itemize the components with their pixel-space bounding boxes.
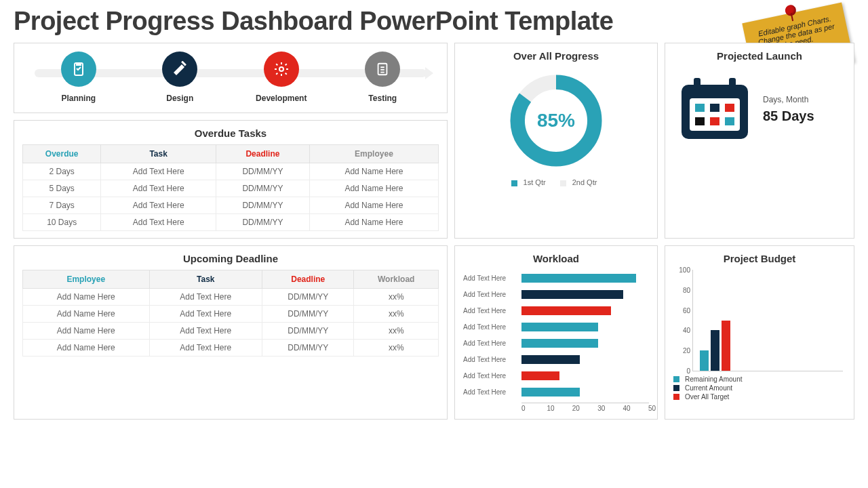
workload-bar-row: Add Text Here <box>463 302 649 319</box>
workload-bar-row: Add Text Here <box>463 286 649 302</box>
workload-bar-label: Add Text Here <box>463 291 521 298</box>
workload-bar-label: Add Text Here <box>463 388 521 396</box>
workload-xaxis: 01020304050 <box>521 403 649 412</box>
workload-bar <box>521 355 580 364</box>
table-row: 5 DaysAdd Text HereDD/MM/YYAdd Name Here <box>23 180 439 197</box>
workload-bar-label: Add Text Here <box>463 307 521 314</box>
checklist-icon <box>365 52 400 87</box>
budget-bar-chart: 020406080100 <box>692 270 843 371</box>
stages-card: Planning Design Development Testing <box>14 43 448 113</box>
col-overdue: Overdue <box>23 145 101 163</box>
workload-bar-row: Add Text Here <box>463 384 649 400</box>
workload-bar <box>521 323 598 331</box>
page-title: Project Progress Dashboard PowerPoint Te… <box>14 7 854 36</box>
svg-rect-15 <box>725 117 734 125</box>
workload-bar <box>521 388 580 396</box>
workload-bar-row: Add Text Here <box>463 367 649 384</box>
overall-progress-title: Over All Progress <box>513 50 599 62</box>
table-row: 7 DaysAdd Text HereDD/MM/YYAdd Name Here <box>23 197 439 214</box>
col-task: Task <box>101 145 216 163</box>
workload-bar <box>521 339 598 348</box>
col-workload: Workload <box>354 270 439 289</box>
table-row: 2 DaysAdd Text HereDD/MM/YYAdd Name Here <box>23 163 439 180</box>
stage-label: Development <box>234 94 329 103</box>
svg-point-2 <box>279 67 283 71</box>
svg-rect-11 <box>710 104 719 112</box>
col-deadline: Deadline <box>262 270 354 289</box>
stage-design: Design <box>132 52 227 103</box>
workload-bar <box>521 290 623 299</box>
col-task: Task <box>149 270 262 289</box>
budget-legend: Remaining AmountCurrent AmountOver All T… <box>673 375 846 401</box>
svg-rect-7 <box>690 98 740 131</box>
svg-rect-12 <box>725 104 734 112</box>
stage-planning: Planning <box>31 52 126 103</box>
svg-rect-10 <box>695 104 705 112</box>
overdue-tasks-card: Overdue Tasks OverdueTaskDeadlineEmploye… <box>14 120 448 239</box>
table-row: Add Name HereAdd Text HereDD/MM/YYxx% <box>23 323 439 340</box>
svg-rect-14 <box>710 117 719 125</box>
stage-development: Development <box>234 52 329 103</box>
stage-label: Testing <box>335 94 430 103</box>
workload-bar <box>521 306 611 315</box>
progress-legend: 1st Qtr 2nd Qtr <box>507 178 606 186</box>
overall-progress-card: Over All Progress 85% 1st Qtr 2nd Qtr <box>454 43 658 239</box>
table-row: 10 DaysAdd Text HereDD/MM/YYAdd Name Her… <box>23 214 439 231</box>
budget-legend-item: Remaining Amount <box>673 375 846 383</box>
budget-bar <box>722 321 730 371</box>
workload-bar-label: Add Text Here <box>463 356 521 363</box>
projected-launch-title: Projected Launch <box>673 50 846 62</box>
progress-donut-chart: 85% <box>505 70 607 171</box>
pencil-ruler-icon <box>162 52 197 87</box>
gear-icon <box>264 52 299 87</box>
pin-icon <box>784 4 797 17</box>
calendar-icon <box>677 75 752 143</box>
workload-bar-row: Add Text Here <box>463 270 649 286</box>
overdue-table: OverdueTaskDeadlineEmployee 2 DaysAdd Te… <box>22 144 439 231</box>
upcoming-deadline-card: Upcoming Deadline EmployeeTaskDeadlineWo… <box>14 245 448 420</box>
workload-bar <box>521 274 636 283</box>
col-employee: Employee <box>23 270 150 289</box>
launch-subtitle: Days, Month <box>763 95 814 104</box>
workload-bar-row: Add Text Here <box>463 351 649 367</box>
progress-percent-label: 85% <box>505 70 607 171</box>
svg-rect-8 <box>694 78 701 90</box>
stage-testing: Testing <box>335 52 430 103</box>
upcoming-table: EmployeeTaskDeadlineWorkload Add Name He… <box>22 270 439 357</box>
workload-bar-label: Add Text Here <box>463 372 521 380</box>
svg-rect-9 <box>729 78 736 90</box>
budget-bar <box>711 330 719 371</box>
workload-bar <box>521 371 559 380</box>
table-row: Add Name HereAdd Text HereDD/MM/YYxx% <box>23 340 439 357</box>
budget-bar <box>700 350 709 371</box>
overdue-tasks-title: Overdue Tasks <box>22 127 439 139</box>
stage-label: Planning <box>31 94 126 103</box>
col-deadline: Deadline <box>216 145 309 163</box>
projected-launch-card: Projected Launch Days, Month 8 <box>665 43 854 239</box>
workload-bar-label: Add Text Here <box>463 340 521 347</box>
workload-bar-row: Add Text Here <box>463 335 649 351</box>
svg-rect-13 <box>695 117 705 125</box>
budget-legend-item: Current Amount <box>673 384 846 392</box>
table-row: Add Name HereAdd Text HereDD/MM/YYxx% <box>23 289 439 306</box>
budget-legend-item: Over All Target <box>673 393 846 401</box>
upcoming-deadline-title: Upcoming Deadline <box>22 253 439 264</box>
table-row: Add Name HereAdd Text HereDD/MM/YYxx% <box>23 306 439 323</box>
workload-bar-label: Add Text Here <box>463 323 521 331</box>
launch-days: 85 Days <box>763 108 814 124</box>
stage-label: Design <box>132 94 227 103</box>
project-budget-title: Project Budget <box>673 253 846 264</box>
workload-bar-row: Add Text Here <box>463 319 649 335</box>
workload-card: Workload Add Text Here Add Text Here Add… <box>454 245 658 420</box>
clipboard-icon <box>61 52 96 87</box>
col-employee: Employee <box>309 145 438 163</box>
workload-title: Workload <box>463 253 649 264</box>
project-budget-card: Project Budget 020406080100 Remaining Am… <box>665 245 854 420</box>
workload-bar-label: Add Text Here <box>463 274 521 282</box>
